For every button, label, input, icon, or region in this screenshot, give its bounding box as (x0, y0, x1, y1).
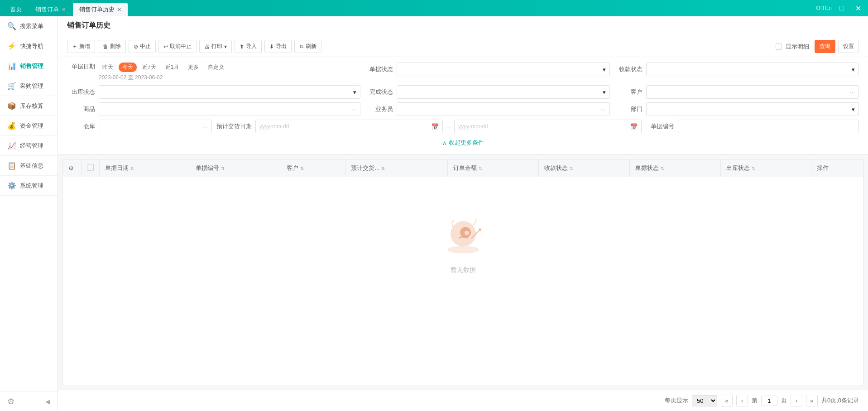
th-order-amount[interactable]: 订单金额 ⇅ (447, 160, 538, 177)
table-settings-icon[interactable]: ⚙ (68, 165, 74, 172)
window-close[interactable]: ✕ (852, 2, 864, 15)
bill-number-input[interactable] (678, 120, 859, 133)
th-operations: 操作 (811, 160, 863, 177)
refresh-button[interactable]: ↻ 刷新 (294, 40, 321, 53)
sidebar-item-purchase[interactable]: 🛒 采购管理 (0, 76, 58, 96)
th-bill-status[interactable]: 单据状态 ⇅ (629, 160, 720, 177)
customer-label: 客户 (614, 88, 646, 96)
collapse-conditions-btn[interactable]: ∧ 收起更多条件 (442, 137, 484, 149)
payment-status-select[interactable]: ▾ (646, 63, 859, 76)
department-label: 部门 (614, 105, 646, 113)
customer-input[interactable]: ··· (646, 85, 859, 99)
filter-group-date: 单据日期 昨天 今天 近7天 近1月 更多 自定义 2023-06-02 至 2… (67, 63, 360, 82)
date-range-separator: — (446, 123, 451, 130)
sidebar-item-operations[interactable]: 📈 经营管理 (0, 136, 58, 156)
sidebar-item-inventory-label: 库存核算 (20, 102, 43, 110)
last-page-button[interactable]: » (806, 395, 818, 406)
out-status-arrow: ▾ (353, 89, 356, 96)
empty-text: 暂无数据 (451, 266, 476, 274)
sidebar-item-finance[interactable]: 💰 资金管理 (0, 116, 58, 136)
date-tag-custom[interactable]: 自定义 (204, 63, 228, 72)
filter-group-salesperson: 业务员 ··· (365, 102, 609, 116)
sidebar-collapse-icon[interactable]: ◀ (45, 398, 50, 405)
sidebar-item-quick-nav[interactable]: ⚡ 快捷导航 (0, 36, 58, 56)
select-all-checkbox[interactable] (87, 164, 94, 171)
print-label: 打印 (211, 43, 222, 50)
settings-label: 设置 (843, 43, 854, 50)
cancel-stop-button[interactable]: ↩ 取消中止 (158, 40, 197, 53)
toolbar: ＋ 新增 🗑 删除 ⊘ 中止 ↩ 取消中止 🖨 打印 ▾ ⬆ 导 (58, 36, 868, 57)
product-input[interactable]: ··· (99, 102, 360, 116)
th-bill-number-label: 单据编号 (196, 164, 219, 172)
page-number-input[interactable] (761, 396, 777, 406)
display-cols-toggle[interactable]: 显示明细 (776, 43, 809, 51)
salesperson-input[interactable]: ··· (397, 102, 609, 116)
payment-status-arrow: ▾ (852, 66, 855, 73)
date-tag-more[interactable]: 更多 (184, 63, 202, 72)
print-button[interactable]: 🖨 打印 ▾ (199, 40, 232, 53)
page-size-select[interactable]: 10 20 50 100 (692, 395, 717, 406)
new-button[interactable]: ＋ 新增 (67, 40, 95, 53)
bill-number-label: 单据编号 (646, 122, 678, 131)
stop-button[interactable]: ⊘ 中止 (129, 40, 156, 53)
filter-group-department: 部门 ▾ (614, 102, 859, 116)
th-checkbox[interactable] (81, 160, 99, 177)
display-cols-checkbox[interactable] (776, 44, 782, 50)
tab-home[interactable]: 首页 (4, 3, 28, 16)
svg-point-0 (447, 246, 479, 253)
out-status-select[interactable]: ▾ (99, 85, 360, 99)
sidebar-item-search[interactable]: 🔍 搜索菜单 (0, 16, 58, 36)
bill-status-select[interactable]: ▾ (397, 63, 609, 76)
date-tag-1month[interactable]: 近1月 (162, 63, 183, 72)
settings-button[interactable]: 设置 (838, 40, 859, 53)
prev-page-button[interactable]: ‹ (736, 395, 748, 406)
tab-sales-order-label: 销售订单 (35, 5, 59, 14)
payment-status-label: 收款状态 (614, 65, 646, 73)
sidebar-item-inventory[interactable]: 📦 库存核算 (0, 96, 58, 116)
sidebar-item-system[interactable]: ⚙️ 系统管理 (0, 176, 58, 196)
bill-status-label: 单据状态 (365, 65, 397, 73)
th-settings[interactable]: ⚙ (63, 160, 81, 177)
sidebar-item-basic-info[interactable]: 📋 基础信息 (0, 156, 58, 176)
purchase-icon: 🛒 (7, 82, 16, 90)
svg-point-3 (465, 231, 469, 235)
th-customer[interactable]: 客户 ⇅ (281, 160, 345, 177)
filter-group-bill-number: 单据编号 (646, 120, 859, 133)
window-restore[interactable]: □ (835, 2, 848, 15)
tab-sales-order[interactable]: 销售订单 ✕ (29, 3, 72, 16)
tab-sales-order-history-close[interactable]: ✕ (117, 7, 121, 13)
th-out-status[interactable]: 出库状态 ⇅ (720, 160, 811, 177)
date-tag-today[interactable]: 今天 (119, 63, 137, 72)
sidebar-item-basic-info-label: 基础信息 (20, 162, 43, 170)
th-out-status-label: 出库状态 (726, 164, 750, 172)
expected-date-end-input[interactable]: yyyy-mm-dd 📅 (454, 120, 642, 133)
delete-button[interactable]: 🗑 删除 (98, 40, 126, 53)
date-tag-7days[interactable]: 近7天 (139, 63, 160, 72)
tab-sales-order-history[interactable]: 销售订单历史 ✕ (73, 3, 128, 16)
th-payment-status-label: 收款状态 (544, 164, 568, 172)
import-button[interactable]: ⬆ 导入 (235, 40, 262, 53)
department-select[interactable]: ▾ (646, 102, 859, 116)
first-page-button[interactable]: « (721, 395, 733, 406)
next-page-button[interactable]: › (791, 395, 802, 406)
complete-status-select[interactable]: ▾ (397, 85, 609, 99)
th-bill-number[interactable]: 单据编号 ⇅ (190, 160, 281, 177)
th-bill-date[interactable]: 单据日期 ⇅ (99, 160, 190, 177)
warehouse-input[interactable]: ··· (99, 120, 212, 133)
expected-date-start-input[interactable]: yyyy-mm-dd 📅 (255, 120, 443, 133)
filter-group-payment-status: 收款状态 ▾ (614, 63, 859, 76)
query-button[interactable]: 查询 (815, 40, 835, 53)
tab-sales-order-close[interactable]: ✕ (62, 7, 66, 13)
th-payment-status[interactable]: 收款状态 ⇅ (538, 160, 629, 177)
th-expected-delivery[interactable]: 预计交货... ⇅ (345, 160, 447, 177)
sidebar-item-sales[interactable]: 📊 销售管理 (0, 56, 58, 76)
date-tag-yesterday[interactable]: 昨天 (99, 63, 117, 72)
sidebar-settings-icon[interactable]: ⚙ (7, 396, 14, 406)
sort-icon-payment: ⇅ (570, 166, 573, 171)
filter-group-expected-date: 预计交货日期 yyyy-mm-dd 📅 — yyyy-mm-dd 📅 (216, 120, 642, 133)
complete-status-label: 完成状态 (365, 88, 397, 96)
sort-icon-amount: ⇅ (479, 166, 482, 171)
delete-icon: 🗑 (103, 44, 108, 50)
app-title: OfTEn (816, 5, 832, 11)
export-button[interactable]: ⬇ 导出 (264, 40, 292, 53)
